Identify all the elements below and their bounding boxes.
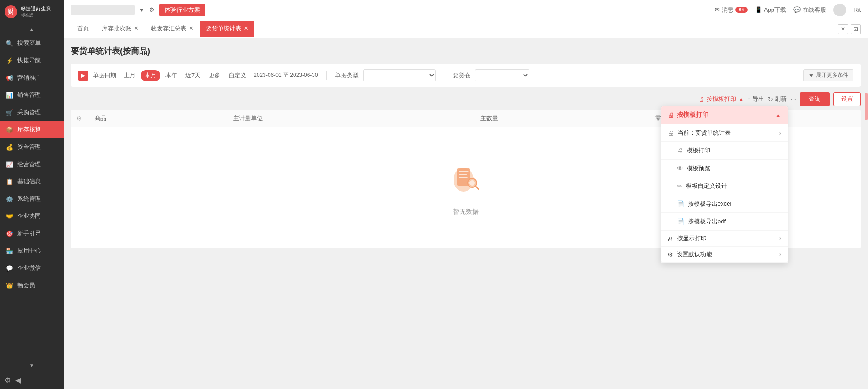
default-setting-label: 设置默认功能 bbox=[677, 250, 712, 258]
sidebar-item-system[interactable]: ⚙️ 系统管理 bbox=[0, 190, 64, 207]
sidebar-item-guide[interactable]: 🎯 新手引导 bbox=[0, 225, 64, 242]
default-setting-icon: ⚙ bbox=[668, 251, 673, 258]
refresh-btn[interactable]: ↻ 刷新 bbox=[768, 95, 787, 103]
refresh-label: 刷新 bbox=[775, 95, 787, 103]
setting-btn[interactable]: 设置 bbox=[833, 92, 861, 106]
print-dropdown-close-btn[interactable]: ▲ bbox=[775, 111, 781, 119]
date-btn-prev-month[interactable]: 上月 bbox=[121, 70, 138, 81]
more-btn[interactable]: ··· bbox=[790, 95, 796, 103]
print-template-btn[interactable]: 🖨 按模板打印 ▲ bbox=[699, 95, 744, 103]
print-current-template-item[interactable]: 🖨 当前：要货单统计表 › bbox=[661, 124, 788, 142]
page-title: 要货单统计表(按商品) bbox=[71, 45, 861, 56]
scroll-down-btn[interactable]: ▼ bbox=[28, 362, 35, 369]
print-dropdown-item-excel[interactable]: 📄 按模板导出excel bbox=[661, 195, 788, 213]
sidebar-item-label: 销售管理 bbox=[17, 91, 41, 99]
query-btn[interactable]: 查询 bbox=[800, 92, 830, 106]
tab-order-stats[interactable]: 要货单统计表 ✕ bbox=[200, 21, 254, 37]
date-btn-7days[interactable]: 近7天 bbox=[183, 70, 203, 81]
yh-category-select[interactable] bbox=[475, 69, 529, 81]
sidebar-item-search[interactable]: 🔍 搜索菜单 bbox=[0, 35, 64, 52]
tab-receipt-summary-close[interactable]: ✕ bbox=[189, 25, 193, 31]
svg-rect-4 bbox=[459, 177, 468, 178]
sidebar-item-label: 快捷导航 bbox=[17, 56, 41, 65]
finance-icon: 💰 bbox=[5, 143, 14, 151]
display-print-arrow: › bbox=[779, 235, 781, 242]
app-download-action[interactable]: 📱 App下载 bbox=[755, 6, 786, 14]
user-avatar[interactable] bbox=[833, 4, 846, 16]
sidebar-item-label: 库存核算 bbox=[17, 126, 41, 134]
tab-order-stats-close[interactable]: ✕ bbox=[244, 25, 248, 31]
topbar: ▼ ⚙ 体验行业方案 ✉ 消息 99+ 📱 App下载 💬 在线客服 Rit bbox=[64, 0, 868, 20]
pdf-export-label: 按模板导出pdf bbox=[688, 217, 726, 226]
right-scrollbar[interactable] bbox=[864, 91, 868, 389]
sidebar-scroll-up[interactable]: ▲ bbox=[0, 24, 64, 35]
tab-inventory-batch-label: 库存批次账 bbox=[102, 25, 131, 33]
topbar-search-input[interactable] bbox=[71, 5, 135, 15]
sidebar-item-quicknav[interactable]: ⚡ 快捷导航 bbox=[0, 52, 64, 69]
print-dropdown-item-template-print[interactable]: 🖨 模板打印 bbox=[661, 142, 788, 160]
default-setting-arrow: › bbox=[779, 251, 781, 258]
collapse-sidebar-btn[interactable]: ◀ bbox=[15, 376, 21, 384]
username-label: Rit bbox=[853, 6, 861, 13]
export-btn[interactable]: ↑ 导出 bbox=[748, 95, 764, 103]
tab-close-window-btn[interactable]: ✕ bbox=[838, 24, 848, 34]
col-product: 商品 bbox=[89, 110, 228, 127]
excel-export-label: 按模板导出excel bbox=[688, 200, 731, 208]
scroll-up-btn[interactable]: ▲ bbox=[28, 25, 35, 33]
export-label: 导出 bbox=[753, 95, 764, 103]
tab-home-label: 首页 bbox=[77, 25, 89, 33]
online-service-action[interactable]: 💬 在线客服 bbox=[793, 6, 826, 14]
tab-inventory-batch[interactable]: 库存批次账 ✕ bbox=[95, 21, 145, 37]
print-dropdown-item-template-preview[interactable]: 👁 模板预览 bbox=[661, 160, 788, 177]
tab-controls: ✕ ⊡ bbox=[838, 24, 861, 34]
appstore-icon: 🏪 bbox=[5, 247, 14, 255]
date-btn-current-year[interactable]: 本年 bbox=[163, 70, 180, 81]
sidebar-item-label: 应用中心 bbox=[17, 247, 41, 255]
tab-inventory-batch-close[interactable]: ✕ bbox=[134, 25, 138, 31]
sidebar-item-member[interactable]: 👑 畅会员 bbox=[0, 277, 64, 294]
sidebar-item-basic[interactable]: 📋 基础信息 bbox=[0, 173, 64, 190]
section-display-left: 🖨 按显示打印 bbox=[668, 234, 707, 242]
sidebar-item-appstore[interactable]: 🏪 应用中心 bbox=[0, 242, 64, 259]
close-arrow-icon: ▲ bbox=[775, 111, 781, 119]
sidebar-item-wechat[interactable]: 💬 企业微信 bbox=[0, 259, 64, 277]
tab-receipt-summary[interactable]: 收发存汇总表 ✕ bbox=[145, 21, 200, 37]
topbar-dropdown-btn[interactable]: ▼ bbox=[139, 7, 145, 13]
print-dropdown-item-template-design[interactable]: ✏ 模板自定义设计 bbox=[661, 177, 788, 195]
sidebar-item-purchase[interactable]: 🛒 采购管理 bbox=[0, 104, 64, 121]
date-btn-more[interactable]: 更多 bbox=[206, 70, 223, 81]
current-template-label: 当前：要货单统计表 bbox=[678, 129, 731, 137]
print-dropdown-item-pdf[interactable]: 📄 按模板导出pdf bbox=[661, 213, 788, 231]
print-dropdown-section-default[interactable]: ⚙ 设置默认功能 › bbox=[661, 247, 788, 263]
current-template-icon: 🖨 bbox=[668, 129, 674, 136]
print-dropdown-section-display[interactable]: 🖨 按显示打印 › bbox=[661, 231, 788, 247]
sidebar-item-marketing[interactable]: 📢 营销推广 bbox=[0, 69, 64, 86]
doc-type-select[interactable] bbox=[363, 69, 436, 81]
col-settings[interactable]: ⚙ bbox=[71, 110, 89, 127]
print-icon: 🖨 bbox=[699, 96, 705, 103]
settings-footer-btn[interactable]: ⚙ bbox=[5, 376, 11, 384]
doc-type-select-wrapper bbox=[363, 69, 436, 81]
sidebar-item-sales[interactable]: 📊 销售管理 bbox=[0, 86, 64, 104]
sidebar-item-label: 营销推广 bbox=[17, 74, 41, 82]
sidebar-item-inventory[interactable]: 📦 库存核算 bbox=[0, 121, 64, 138]
tab-maximize-btn[interactable]: ⊡ bbox=[851, 24, 861, 34]
tab-home[interactable]: 首页 bbox=[71, 21, 95, 37]
message-action[interactable]: ✉ 消息 99+ bbox=[715, 6, 748, 14]
sidebar-item-finance[interactable]: 💰 资金管理 bbox=[0, 138, 64, 156]
sidebar-item-label: 企业协同 bbox=[17, 212, 41, 220]
date-btn-custom[interactable]: 自定义 bbox=[226, 70, 249, 81]
filter-toggle-btn[interactable]: ▶ bbox=[78, 71, 88, 81]
tab-receipt-summary-label: 收发存汇总表 bbox=[151, 25, 186, 33]
sidebar-item-operation[interactable]: 📈 经营管理 bbox=[0, 156, 64, 173]
topbar-gear-btn[interactable]: ⚙ bbox=[149, 6, 155, 13]
sidebar-item-label: 经营管理 bbox=[17, 160, 41, 168]
table-settings-icon[interactable]: ⚙ bbox=[76, 115, 82, 122]
sidebar-scroll-down[interactable]: ▼ bbox=[0, 360, 64, 371]
date-btn-current-month[interactable]: 本月 bbox=[141, 70, 160, 81]
yh-category-wrapper bbox=[475, 69, 529, 81]
trial-btn[interactable]: 体验行业方案 bbox=[159, 4, 205, 16]
sidebar-item-label: 资金管理 bbox=[17, 143, 41, 151]
expand-more-btn[interactable]: ▼ 展开更多条件 bbox=[803, 69, 853, 81]
sidebar-item-collab[interactable]: 🤝 企业协同 bbox=[0, 207, 64, 225]
